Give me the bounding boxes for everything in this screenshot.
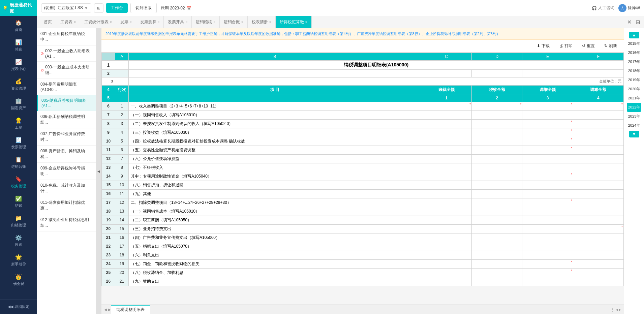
table-wrapper[interactable]: A B C D E F 1 纳税调整项目明细表(A105000) 23金额单位：… <box>101 53 624 305</box>
row-num-14: 14 <box>102 172 115 181</box>
tab-close-5[interactable]: × <box>185 20 187 24</box>
bottom-scroll-right-icon[interactable]: ▸ <box>619 307 621 312</box>
tab-9[interactable]: 所得税汇算缴× <box>276 16 312 28</box>
download-button[interactable]: ⬇ 下载 <box>534 42 552 50</box>
table-row: 17 12 二、扣除类调整项目（13+14+...24+26+27+28+29+… <box>102 198 624 207</box>
tab-2[interactable]: 工资统计报表× <box>80 16 116 28</box>
row-num-26: 26 <box>102 277 115 286</box>
settlement-icon: ✅ <box>15 195 22 202</box>
item-23: （六）利息支出 <box>129 251 421 259</box>
bottom-dots-icon: ⋮ <box>610 307 614 312</box>
old-version-button[interactable]: 切到旧版 <box>130 3 157 13</box>
tab-close-9[interactable]: × <box>305 20 307 24</box>
sidebar-bottom: ◀◀ 取消固定 <box>0 299 37 314</box>
sidebar-item-archive[interactable]: 📁归档管理 <box>0 212 37 231</box>
tab-close-2[interactable]: × <box>110 20 112 24</box>
tab-0[interactable]: 首页 <box>40 16 56 28</box>
right-year-panel: ▲ 2015年2016年2017年2018年2019年2020年2021年202… <box>624 28 644 314</box>
year-item-2019年[interactable]: 2019年 <box>627 75 641 85</box>
left-panel-item-003[interactable]: ⊘003-一般企业成本支出明细... <box>37 62 96 79</box>
left-panel-item-012[interactable]: 012-减免企业所得税优惠明细... <box>37 214 96 231</box>
nav-left-icon[interactable]: ◂ <box>104 306 107 313</box>
left-panel-item-004[interactable]: 004-期间费用明细表(A1040... <box>37 79 96 95</box>
tab-5[interactable]: 发票开具× <box>164 16 192 28</box>
tab-8[interactable]: 税表清册× <box>248 16 276 28</box>
sidebar-item-fixed-asset[interactable]: 🏢固定资产 <box>0 94 37 114</box>
left-panel-item-011[interactable]: 011-研发费用加计扣除优惠... <box>37 197 96 214</box>
line-17: 17 <box>115 242 129 251</box>
tab-close-6[interactable]: × <box>213 20 215 24</box>
tab-3[interactable]: 发票× <box>116 16 136 28</box>
year-item-2023年[interactable]: 2023年 <box>627 112 641 121</box>
year-item-2018年[interactable]: 2018年 <box>627 66 641 75</box>
left-panel-item-002[interactable]: ⊘002-一般企业收入明细表(A1... <box>37 45 96 62</box>
row-3-num: 3 <box>102 77 115 85</box>
sidebar-item-settings[interactable]: ⚙️设置 <box>0 231 37 251</box>
company-selector[interactable]: (勿删）江西股宝-LSS ▼ <box>41 3 91 12</box>
left-panel-item-001[interactable]: 001-企业所得税年度纳税申... <box>37 28 96 45</box>
year-item-2024年[interactable]: 2024年 <box>627 121 641 130</box>
line-12: 12 <box>115 198 129 207</box>
collapse-panel-btn[interactable]: ◀ <box>96 28 101 314</box>
sidebar-item-member[interactable]: 👑畅会员 <box>0 270 37 290</box>
sidebar-item-settlement[interactable]: ✅结账 <box>0 192 37 212</box>
left-panel-item-008[interactable]: 008-资产折旧、摊销及纳税... <box>37 146 96 163</box>
tab-close-4[interactable]: × <box>158 20 160 24</box>
sidebar-item-asset-mgmt[interactable]: 💰资金管理 <box>0 75 37 94</box>
sidebar-item-report[interactable]: 📈报表中心 <box>0 55 37 75</box>
refresh-button[interactable]: ↻ 刷新 <box>602 42 620 50</box>
tab-close-1[interactable]: × <box>74 20 76 24</box>
tab-4[interactable]: 发票测算× <box>136 16 164 28</box>
minimize-tabs-btn[interactable]: ⊟ <box>634 18 641 27</box>
tab-1[interactable]: 工资表× <box>56 16 80 28</box>
sidebar-label-fixed-asset: 固定资产 <box>11 105 26 111</box>
year-nav-down[interactable]: ▼ <box>629 131 639 137</box>
row-num-17: 17 <box>102 198 115 207</box>
user-menu[interactable]: 人 徐泽华 <box>618 4 640 12</box>
year-item-2020年[interactable]: 2020年 <box>627 85 641 94</box>
company-settings-icon[interactable]: ⊞ <box>94 3 103 13</box>
left-panel-item-010[interactable]: 010-免税、减计收入及加计... <box>37 180 96 197</box>
year-item-2021年[interactable]: 2021年 <box>627 94 641 103</box>
asterisk-icon: * <box>520 103 522 106</box>
left-panel-item-005[interactable]: 005-纳税调整项目明细表(A1... <box>37 95 96 111</box>
tab-6[interactable]: 进销稽核× <box>192 16 220 28</box>
close-all-tabs-btn[interactable]: ✕ <box>626 18 633 27</box>
pin-sidebar-btn[interactable]: ◀◀ 取消固定 <box>1 302 36 311</box>
bottom-scroll-left-icon[interactable]: ◂ <box>616 307 618 312</box>
sidebar-item-salary[interactable]: 👷工资 <box>0 114 37 133</box>
year-item-2015年[interactable]: 2015年 <box>627 39 641 48</box>
workbench-button[interactable]: 工作台 <box>106 3 128 13</box>
table-row: 7 2 （一）视同销售收入（填写A105010） <box>102 111 624 119</box>
line-5: 5 <box>115 137 129 146</box>
year-nav-up[interactable]: ▲ <box>629 32 639 38</box>
item-22: （五）捐赠支出（填写A105070） <box>129 242 421 251</box>
left-item-label-005: 005-纳税调整项目明细表(A1... <box>41 98 92 108</box>
table-row: 18 13 （一）视同销售成本（填写A105010） <box>102 207 624 216</box>
service-button[interactable]: 🎧 人工咨询 <box>592 5 614 11</box>
print-button[interactable]: 🖨 打印 <box>556 42 575 50</box>
year-item-2022年[interactable]: 2022年 <box>627 103 641 112</box>
sidebar-item-purchase-ledger[interactable]: 📋进销台账 <box>0 153 37 172</box>
table-row: 8 3 （二）未按权责发生制原则确认的收入（填写A10502 0） * <box>102 119 624 128</box>
year-item-2017年[interactable]: 2017年 <box>627 57 641 66</box>
reset-button[interactable]: ↺ 重置 <box>579 42 597 50</box>
tab-close-7[interactable]: × <box>241 20 243 24</box>
nav-right-icon[interactable]: ▸ <box>108 306 111 313</box>
sidebar-item-home[interactable]: 🏠首页 <box>0 16 37 36</box>
left-panel-item-009[interactable]: 009-企业所得税弥补亏损明... <box>37 163 96 180</box>
year-item-2016年[interactable]: 2016年 <box>627 48 641 57</box>
sidebar-item-ledger[interactable]: 📊总账 <box>0 36 37 55</box>
sidebar-item-tax-mgmt[interactable]: 🔖税务管理 <box>0 172 37 192</box>
sidebar-label-home: 首页 <box>15 27 22 32</box>
asset-mgmt-icon: 💰 <box>15 78 22 85</box>
left-panel-item-007[interactable]: 007-广告费和业务宣传费时... <box>37 128 96 146</box>
tab-close-8[interactable]: × <box>269 20 271 24</box>
tab-close-3[interactable]: × <box>130 20 132 24</box>
tab-7[interactable]: 进销台账× <box>220 16 248 28</box>
print-icon: 🖨 <box>559 43 563 48</box>
left-panel-item-006[interactable]: 006-职工薪酬纳税调整明细... <box>37 111 96 128</box>
sidebar-item-guide[interactable]: 🌟新手引导 <box>0 251 37 270</box>
sheet-tab-active[interactable]: 纳税调整明细表 <box>111 305 150 314</box>
sidebar-item-invoice-mgmt[interactable]: 🧾发票管理 <box>0 133 37 153</box>
